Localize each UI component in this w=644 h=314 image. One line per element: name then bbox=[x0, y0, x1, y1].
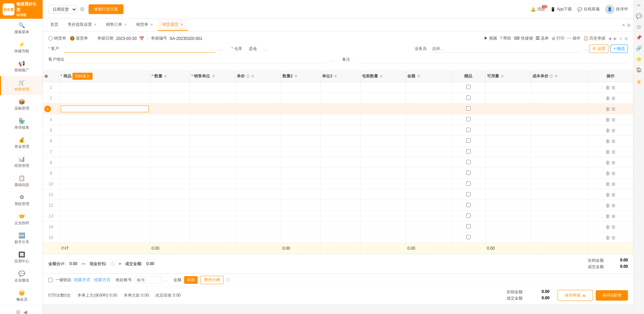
quantity-cell-12[interactable] bbox=[150, 200, 190, 211]
sales-unit-cell-15[interactable] bbox=[190, 232, 235, 243]
amount-cell-13[interactable] bbox=[406, 211, 451, 222]
cost-price-cell-6[interactable] bbox=[531, 136, 588, 146]
sidebar-item-system[interactable]: ⚙ 系统管理 bbox=[0, 191, 43, 210]
gift-cell-10[interactable] bbox=[451, 179, 485, 189]
pack-qty-cell-14[interactable] bbox=[360, 222, 406, 232]
product-cell-6[interactable] bbox=[59, 136, 150, 146]
salesperson-input[interactable] bbox=[430, 45, 582, 53]
cost-price-cell-8[interactable] bbox=[531, 157, 588, 168]
amount-cell-14[interactable] bbox=[406, 222, 451, 232]
copy-row-icon-9[interactable]: ⊞ bbox=[611, 171, 615, 176]
gift-cell-6[interactable] bbox=[451, 136, 485, 146]
pack-qty-cell-7[interactable] bbox=[360, 146, 406, 157]
sidebar-item-search[interactable]: 🔍 搜索菜单 bbox=[0, 19, 43, 38]
tab-sales-order[interactable]: 销售订单 ✕ bbox=[101, 19, 131, 31]
gift-cell-12[interactable] bbox=[451, 200, 485, 211]
qty-sort-icon[interactable]: ⇅ bbox=[164, 74, 167, 78]
prev-doc-icon[interactable]: ◀ bbox=[608, 36, 611, 41]
sales-unit-cell-8[interactable] bbox=[190, 157, 235, 168]
tab-sales-order-close[interactable]: ✕ bbox=[124, 23, 127, 26]
gift-checkbox-2[interactable] bbox=[466, 96, 471, 100]
pack-qty-cell-10[interactable] bbox=[360, 179, 406, 189]
delete-row-icon-4[interactable]: 🗑 bbox=[605, 117, 610, 122]
available-cell-2[interactable] bbox=[485, 93, 531, 104]
tab-home[interactable]: 首页 bbox=[46, 19, 63, 31]
sales-unit-cell-7[interactable] bbox=[190, 146, 235, 157]
sales-unit-cell-1[interactable] bbox=[190, 82, 235, 93]
price-cell-4[interactable] bbox=[235, 114, 281, 125]
gift-checkbox-9[interactable] bbox=[466, 171, 471, 175]
sales-unit-cell-2[interactable] bbox=[190, 93, 235, 104]
sales-unit-cell-4[interactable] bbox=[190, 114, 235, 125]
gift-checkbox-4[interactable] bbox=[466, 117, 471, 121]
product-cell-12[interactable] bbox=[59, 200, 150, 211]
amount-cell-3[interactable] bbox=[406, 104, 451, 114]
close-all-tabs-icon[interactable]: ✕ bbox=[622, 23, 625, 27]
qty2-cell-2[interactable] bbox=[281, 93, 321, 104]
qty2-cell-6[interactable] bbox=[281, 136, 321, 146]
gift-checkbox-8[interactable] bbox=[466, 160, 471, 164]
qty2-cell-3[interactable] bbox=[281, 104, 321, 114]
delete-row-icon-10[interactable]: 🗑 bbox=[605, 181, 610, 187]
available-cell-11[interactable] bbox=[485, 189, 531, 200]
unit2-cell-4[interactable] bbox=[321, 114, 361, 125]
copy-row-icon-7[interactable]: ⊞ bbox=[611, 149, 615, 154]
delete-row-icon-15[interactable]: 🗑 bbox=[605, 235, 610, 240]
pack-qty-cell-3[interactable] bbox=[360, 104, 406, 114]
gift-cell-13[interactable] bbox=[451, 211, 485, 222]
gift-cell-2[interactable] bbox=[451, 93, 485, 104]
scan-btn[interactable]: 扫码录入 bbox=[72, 73, 93, 80]
qty2-cell-7[interactable] bbox=[281, 146, 321, 157]
price-cell-7[interactable] bbox=[235, 146, 281, 157]
tab-sales-return[interactable]: 销货退货 ✕ bbox=[158, 19, 188, 31]
rs-screen-icon[interactable]: 🖥 bbox=[635, 78, 643, 86]
amount-cell-6[interactable] bbox=[406, 136, 451, 146]
price-cell-15[interactable] bbox=[235, 232, 281, 243]
product-cell-10[interactable] bbox=[59, 179, 150, 189]
rs-link-icon[interactable]: 🔗 bbox=[636, 46, 642, 51]
delete-row-icon-1[interactable]: 🗑 bbox=[605, 85, 610, 90]
radio-sales-input[interactable] bbox=[48, 36, 53, 41]
available-cell-15[interactable] bbox=[485, 232, 531, 243]
sidebar-item-app-center[interactable]: 🔲 应用中心 bbox=[0, 248, 43, 267]
cost-price-cell-11[interactable] bbox=[531, 189, 588, 200]
shortcuts-btn[interactable]: ⌨ 快捷键 bbox=[514, 36, 533, 41]
pack-qty-cell-13[interactable] bbox=[360, 211, 406, 222]
tab-sales-delivery[interactable]: 销货单 ✕ bbox=[131, 19, 158, 31]
add-row-button[interactable]: + bbox=[44, 106, 51, 112]
price-cell-5[interactable] bbox=[235, 125, 281, 136]
quantity-cell-3[interactable] bbox=[150, 104, 190, 114]
sales-unit-cell-3[interactable] bbox=[190, 104, 235, 114]
radio-sales[interactable]: 销货单 bbox=[48, 36, 66, 41]
price-cell-11[interactable] bbox=[235, 189, 281, 200]
pack-qty-cell-12[interactable] bbox=[360, 200, 406, 211]
gift-cell-15[interactable] bbox=[451, 232, 485, 243]
copy-row-icon-10[interactable]: ⊞ bbox=[611, 181, 615, 187]
copy-row-icon-2[interactable]: ⊞ bbox=[611, 96, 615, 101]
pack-qty-cell-6[interactable] bbox=[360, 136, 406, 146]
cost-price-cell-10[interactable] bbox=[531, 179, 588, 189]
radio-return-input[interactable] bbox=[70, 36, 74, 41]
product-cell-14[interactable] bbox=[59, 222, 150, 232]
product-cell-3[interactable] bbox=[59, 104, 150, 114]
address-input[interactable] bbox=[66, 56, 326, 63]
table-config-icon[interactable]: ⚙ bbox=[44, 74, 48, 79]
delete-row-icon-2[interactable]: 🗑 bbox=[605, 96, 610, 101]
copy-row-icon-13[interactable]: ⊞ bbox=[611, 213, 615, 219]
copy-row-icon-14[interactable]: ⊞ bbox=[611, 224, 615, 230]
settings-button[interactable]: ⚙ 设置 bbox=[589, 45, 608, 53]
available-cell-10[interactable] bbox=[485, 179, 531, 189]
amount-cell-4[interactable] bbox=[406, 114, 451, 125]
pq-sort-icon[interactable]: ⇅ bbox=[380, 74, 382, 78]
quantity-cell-10[interactable] bbox=[150, 179, 190, 189]
amount-cell-10[interactable] bbox=[406, 179, 451, 189]
cp-sort-icon[interactable]: ⇅ bbox=[555, 74, 557, 78]
write-off-method-link[interactable]: 结算方式 bbox=[94, 277, 110, 283]
quantity-cell-2[interactable] bbox=[150, 93, 190, 104]
gift-cell-9[interactable] bbox=[451, 168, 485, 179]
save-new-button[interactable]: 保存&新增 bbox=[596, 290, 628, 301]
video-btn[interactable]: ▶ 视频 bbox=[484, 36, 497, 41]
unit2-cell-8[interactable] bbox=[321, 157, 361, 168]
pack-qty-cell-8[interactable] bbox=[360, 157, 406, 168]
product-cell-5[interactable] bbox=[59, 125, 150, 136]
